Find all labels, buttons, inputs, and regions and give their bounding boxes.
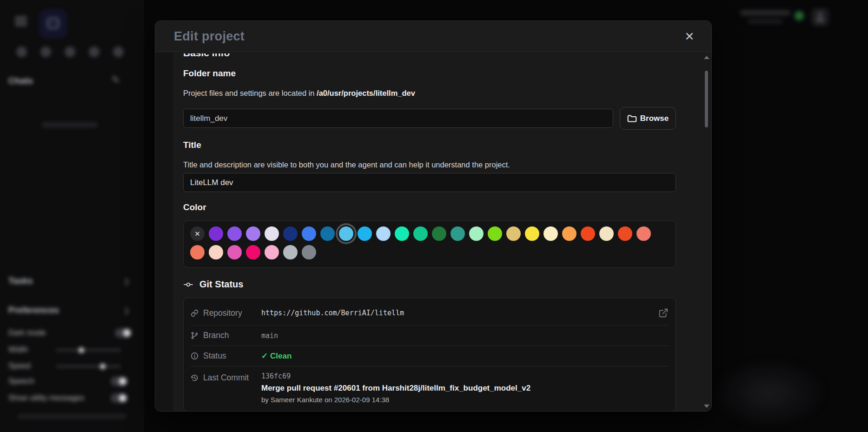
color-swatch[interactable] — [246, 245, 260, 259]
git-status-card: Repository https://github.com/BerriAI/li… — [183, 298, 676, 411]
color-swatch[interactable] — [506, 226, 521, 241]
color-swatch[interactable] — [618, 226, 632, 241]
color-swatch[interactable] — [190, 245, 205, 259]
color-row-0: ✕ — [190, 226, 669, 241]
color-swatch[interactable] — [358, 226, 372, 241]
folder-name-label: Folder name — [183, 68, 676, 79]
commit-byline: by Sameer Kankute on 2026-02-09 14:38 — [261, 396, 530, 404]
color-swatch[interactable] — [320, 226, 335, 241]
sidebar: Chats ✎ Tasks ❯ Preferences ❯ Dark modeW… — [0, 0, 144, 432]
color-swatch[interactable] — [227, 226, 242, 241]
toolbar-icon[interactable] — [89, 47, 99, 57]
title-description: Title and description are visible to bot… — [183, 160, 676, 169]
color-swatch[interactable] — [283, 226, 298, 241]
toolbar-icon[interactable] — [113, 47, 124, 57]
chevron-right-icon: ❯ — [124, 277, 130, 286]
color-swatch[interactable] — [209, 245, 223, 259]
empty-chats-text-blurred — [42, 122, 98, 127]
browse-button[interactable]: Browse — [620, 107, 676, 130]
color-swatch[interactable] — [525, 226, 539, 241]
scrollbar-thumb[interactable] — [705, 71, 708, 127]
color-swatch[interactable] — [283, 245, 298, 259]
pref-row: Dark mode — [8, 328, 136, 339]
color-swatch[interactable] — [562, 226, 576, 241]
pref-label: Speed — [8, 361, 31, 370]
preferences-heading[interactable]: Preferences — [8, 305, 59, 315]
status-label-text: Status — [203, 351, 226, 361]
toolbar-icon[interactable] — [65, 47, 75, 57]
modal-scroll-area[interactable]: Basic Info Folder name Project files and… — [173, 53, 711, 411]
pref-label: Show utility messages — [8, 393, 84, 402]
color-swatch[interactable] — [395, 226, 409, 241]
scroll-up-icon[interactable] — [704, 56, 709, 59]
version-text-blurred — [18, 414, 127, 419]
menu-icon[interactable] — [15, 17, 27, 26]
branch-icon — [191, 332, 199, 339]
edit-project-modal: Edit project ✕ Basic Info Folder name Pr… — [155, 20, 712, 412]
section-basic-info: Basic Info — [183, 53, 676, 58]
color-swatch[interactable] — [302, 245, 316, 259]
last-commit-details: 136fc69 Merge pull request #20601 from H… — [261, 372, 530, 404]
color-swatch[interactable] — [339, 226, 353, 241]
last-commit-label: Last Commit — [191, 372, 261, 383]
color-swatch[interactable] — [265, 226, 279, 241]
username-blurred — [740, 10, 790, 15]
close-icon[interactable]: ✕ — [682, 28, 697, 44]
color-swatch[interactable] — [599, 226, 614, 241]
color-swatch[interactable] — [543, 226, 558, 241]
title-label: Title — [183, 140, 676, 150]
tasks-heading[interactable]: Tasks — [8, 276, 33, 286]
slider-track[interactable] — [56, 366, 121, 367]
app-logo — [39, 9, 67, 38]
background-glow — [711, 358, 828, 428]
modal-body: Basic Info Folder name Project files and… — [155, 53, 711, 411]
color-swatch[interactable] — [209, 226, 223, 241]
color-swatch-none[interactable]: ✕ — [190, 226, 205, 241]
color-swatch[interactable] — [451, 226, 465, 241]
folder-icon — [627, 114, 637, 123]
color-swatch[interactable] — [488, 226, 502, 241]
pref-row: Speed — [8, 361, 136, 372]
color-swatch[interactable] — [227, 245, 242, 259]
color-swatch[interactable] — [469, 226, 484, 241]
toolbar-icon[interactable] — [40, 47, 51, 57]
color-swatch[interactable] — [302, 226, 316, 241]
git-branch-row: Branch main — [191, 325, 669, 346]
slider-knob[interactable] — [79, 347, 84, 353]
modal-scrollbar[interactable] — [703, 53, 710, 411]
slider-track[interactable] — [56, 349, 121, 351]
user-subtitle-blurred — [748, 20, 782, 23]
color-swatch[interactable] — [581, 226, 595, 241]
new-chat-icon[interactable]: ✎ — [112, 74, 120, 86]
pref-label: Width — [8, 345, 28, 353]
color-swatch[interactable] — [246, 226, 260, 241]
toggle-switch[interactable] — [115, 328, 132, 338]
git-status-row: Status ✓ Clean — [191, 346, 669, 366]
color-swatch[interactable] — [432, 226, 446, 241]
status-label: Status — [191, 351, 261, 361]
pref-label: Speech — [8, 377, 34, 385]
toggle-switch[interactable] — [111, 393, 127, 403]
toggle-switch[interactable] — [111, 377, 127, 386]
commit-hash: 136fc69 — [261, 372, 530, 380]
pref-label: Dark mode — [8, 328, 46, 337]
pref-row: Show utility messages — [8, 393, 136, 405]
folder-input-row: Browse — [183, 107, 676, 130]
color-swatch[interactable] — [413, 226, 428, 241]
chats-heading: Chats — [8, 76, 33, 86]
title-input[interactable] — [183, 173, 676, 192]
toolbar-icon[interactable] — [16, 47, 27, 57]
branch-label-text: Branch — [203, 331, 229, 340]
chevron-right-icon: ❯ — [124, 306, 130, 315]
color-swatch[interactable] — [636, 226, 651, 241]
repository-label-text: Repository — [203, 308, 242, 318]
slider-knob[interactable] — [100, 364, 106, 369]
branch-label: Branch — [191, 331, 261, 340]
avatar[interactable] — [811, 8, 829, 26]
color-swatch[interactable] — [265, 245, 279, 259]
folder-name-input[interactable] — [183, 109, 613, 128]
scroll-down-icon[interactable] — [704, 405, 709, 408]
external-link-icon[interactable] — [658, 308, 669, 318]
pref-row: Width — [8, 345, 136, 356]
color-swatch[interactable] — [376, 226, 391, 241]
